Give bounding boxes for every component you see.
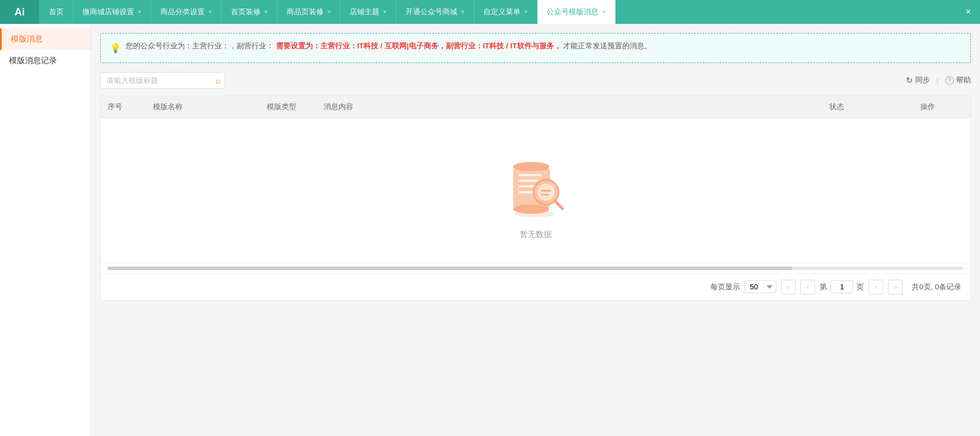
- first-page-button[interactable]: «: [781, 280, 796, 294]
- svg-point-2: [513, 162, 549, 171]
- page-size-select[interactable]: 50 10 20 100: [745, 280, 776, 293]
- toolbar-divider: |: [937, 76, 938, 85]
- sync-icon: ↻: [906, 76, 913, 85]
- total-info: 共0页, 0条记录: [912, 282, 961, 292]
- last-page-button[interactable]: »: [888, 280, 903, 294]
- tab-product-decor[interactable]: 商品页装修×: [278, 0, 341, 24]
- empty-illustration: [502, 152, 570, 221]
- search-bar: ⌕ ↻ 同步 | ? 帮助: [100, 72, 971, 89]
- tab-home[interactable]: 首页: [40, 0, 73, 24]
- scrollbar-thumb: [107, 267, 792, 270]
- tab-label-shop-theme: 店铺主题: [350, 7, 379, 17]
- tab-label-open-wechat-shop: 开通公众号商城: [406, 7, 457, 17]
- close-all-button[interactable]: ×: [957, 7, 980, 17]
- th-content: 消息内容: [317, 96, 822, 118]
- sidebar-items: 模版消息模版消息记录: [0, 28, 90, 72]
- th-index: 序号: [101, 96, 146, 118]
- tab-open-wechat-shop[interactable]: 开通公众号商城×: [396, 0, 474, 24]
- svg-point-3: [513, 205, 549, 214]
- th-name: 模版名称: [146, 96, 260, 118]
- tab-close-shop-theme[interactable]: ×: [383, 8, 387, 16]
- notice-suffix: 才能正常发送预置的消息。: [563, 41, 652, 50]
- scrollbar-area[interactable]: [101, 263, 970, 273]
- sidebar-item-template-msg-record[interactable]: 模版消息记录: [0, 50, 90, 72]
- tab-bar: Ai 首页微商城店铺设置×商品分类设置×首页装修×商品页装修×店铺主题×开通公众…: [0, 0, 980, 24]
- page-size-label: 每页显示: [710, 282, 740, 292]
- content-area: 💡 您的公众号行业为：主营行业：，副营行业： 需要设置为：主营行业：IT科技 /…: [91, 24, 980, 436]
- tab-custom-menu[interactable]: 自定义菜单×: [474, 0, 537, 24]
- notice-highlight: 需要设置为：主营行业：IT科技 / 互联网|电子商务，副营行业：IT科技 / I…: [276, 41, 561, 50]
- toolbar-right: ↻ 同步 | ? 帮助: [906, 75, 971, 85]
- table-header: 序号 模版名称 模版类型 消息内容 状态 操作: [101, 96, 970, 118]
- logo-text: Ai: [15, 6, 25, 18]
- tab-label-template-message: 公众号模版消息: [547, 7, 598, 17]
- tab-close-weshop-settings[interactable]: ×: [138, 8, 142, 16]
- tab-close-product-decor[interactable]: ×: [327, 8, 331, 16]
- tab-weshop-settings[interactable]: 微商城店铺设置×: [73, 0, 151, 24]
- tab-label-home: 首页: [49, 7, 64, 17]
- sidebar: 模版消息模版消息记录: [0, 24, 91, 436]
- page-input-wrap: 第 页: [820, 280, 864, 293]
- help-icon: ?: [945, 76, 954, 85]
- tab-close-category-settings[interactable]: ×: [208, 8, 212, 16]
- notice-banner: 💡 您的公众号行业为：主营行业：，副营行业： 需要设置为：主营行业：IT科技 /…: [100, 33, 971, 63]
- notice-prefix: 您的公众号行业为：主营行业：，副营行业：: [126, 41, 274, 50]
- page-unit: 页: [857, 282, 864, 292]
- tab-label-category-settings: 商品分类设置: [160, 7, 205, 17]
- tab-label-product-decor: 商品页装修: [287, 7, 324, 17]
- prev-page-button[interactable]: ‹: [800, 280, 815, 294]
- tab-label-weshop-settings: 微商城店铺设置: [82, 7, 134, 17]
- search-input[interactable]: [100, 72, 225, 89]
- th-type: 模版类型: [260, 96, 317, 118]
- sidebar-item-template-msg[interactable]: 模版消息: [0, 28, 90, 50]
- tab-category-settings[interactable]: 商品分类设置×: [151, 0, 222, 24]
- help-label: 帮助: [956, 75, 971, 85]
- tab-close-homepage-decor[interactable]: ×: [264, 8, 268, 16]
- svg-point-9: [537, 184, 555, 201]
- next-page-button[interactable]: ›: [869, 280, 883, 294]
- search-icon[interactable]: ⌕: [216, 76, 221, 85]
- empty-state: 暂无数据: [101, 118, 970, 263]
- notice-text: 您的公众号行业为：主营行业：，副营行业： 需要设置为：主营行业：IT科技 / 互…: [126, 40, 652, 52]
- search-input-wrap: ⌕: [100, 72, 225, 89]
- svg-rect-4: [519, 174, 541, 176]
- svg-rect-11: [541, 190, 551, 192]
- tab-label-homepage-decor: 首页装修: [231, 7, 260, 17]
- tab-close-custom-menu[interactable]: ×: [524, 8, 528, 16]
- help-button[interactable]: ? 帮助: [945, 75, 971, 85]
- table-wrap: 序号 模版名称 模版类型 消息内容 状态 操作: [100, 95, 971, 301]
- tab-close-template-message[interactable]: ×: [602, 8, 606, 16]
- tab-shop-theme[interactable]: 店铺主题×: [341, 0, 396, 24]
- svg-rect-5: [519, 180, 539, 182]
- pagination-bar: 每页显示 50 10 20 100 « ‹ 第 页 › » 共0页, 0条记录: [101, 273, 970, 300]
- tab-homepage-decor[interactable]: 首页装修×: [222, 0, 278, 24]
- scrollbar-track[interactable]: [107, 267, 964, 270]
- th-action: 操作: [913, 96, 970, 118]
- th-status: 状态: [822, 96, 913, 118]
- empty-text: 暂无数据: [520, 230, 552, 240]
- page-label: 第: [820, 282, 827, 292]
- tabs-container: 首页微商城店铺设置×商品分类设置×首页装修×商品页装修×店铺主题×开通公众号商城…: [40, 0, 957, 24]
- tab-label-custom-menu: 自定义菜单: [483, 7, 520, 17]
- page-input[interactable]: [830, 280, 853, 293]
- logo-tab: Ai: [0, 0, 40, 24]
- svg-rect-12: [541, 194, 549, 196]
- notice-icon: 💡: [110, 41, 121, 56]
- main-layout: 模版消息模版消息记录 💡 您的公众号行业为：主营行业：，副营行业： 需要设置为：…: [0, 24, 980, 436]
- sync-label: 同步: [915, 75, 930, 85]
- tab-close-open-wechat-shop[interactable]: ×: [461, 8, 465, 16]
- svg-line-10: [555, 201, 563, 209]
- sync-button[interactable]: ↻ 同步: [906, 75, 930, 85]
- tab-template-message[interactable]: 公众号模版消息×: [537, 0, 615, 24]
